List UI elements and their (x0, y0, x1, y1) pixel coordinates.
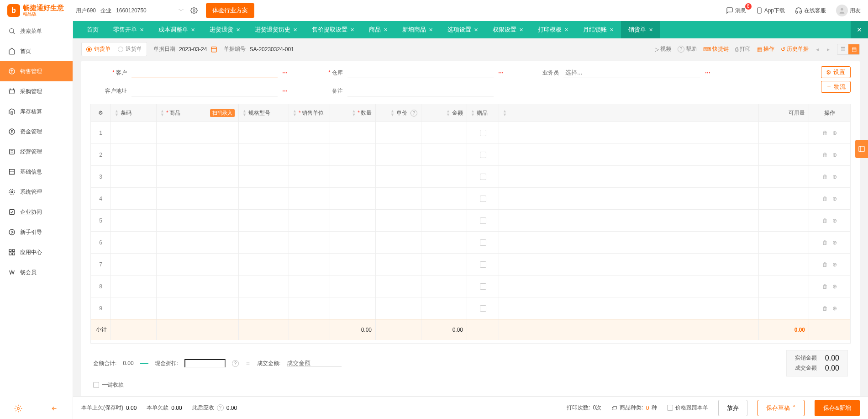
table-row[interactable]: 8🗑⊕ (91, 275, 850, 297)
close-icon[interactable]: ✕ (384, 27, 388, 33)
sidebar-item-10[interactable]: 新手引导 (0, 222, 73, 242)
salesman-picker-icon[interactable]: ⋯ (705, 69, 711, 76)
delete-row-icon[interactable]: 🗑 (822, 283, 828, 290)
gift-checkbox[interactable] (480, 152, 486, 158)
sidebar-item-3[interactable]: 采购管理 (0, 81, 73, 101)
copy-row-icon[interactable]: ⊕ (832, 174, 837, 180)
operate-button[interactable]: ▦操作 (757, 45, 774, 53)
sidebar-item-4[interactable]: 库存核算 (0, 101, 73, 122)
table-row[interactable]: 1🗑⊕ (91, 122, 850, 143)
close-icon[interactable]: ✕ (293, 27, 297, 33)
copy-row-icon[interactable]: ⊕ (832, 130, 837, 136)
messages-button[interactable]: 消息 6 (726, 7, 746, 15)
tab-0[interactable]: 首页 (79, 21, 106, 38)
delete-row-icon[interactable]: 🗑 (822, 239, 828, 246)
table-row[interactable]: 6🗑⊕ (91, 231, 850, 253)
copy-row-icon[interactable]: ⊕ (832, 305, 837, 312)
sidebar-item-9[interactable]: 企业协同 (0, 202, 73, 222)
view-list-button[interactable]: ☰ (837, 44, 848, 54)
customer-input[interactable] (132, 67, 278, 78)
history-button[interactable]: ↺历史单据 (781, 45, 809, 53)
gift-checkbox[interactable] (480, 196, 486, 202)
tab-5[interactable]: 售价提取设置✕ (305, 21, 362, 38)
warehouse-picker-icon[interactable]: ⋯ (498, 69, 504, 76)
tenant-settings-icon[interactable] (190, 7, 198, 14)
help-icon[interactable]: ? (217, 404, 224, 411)
sort-icon[interactable]: ▲▼ (503, 109, 507, 117)
sidebar-collapse-icon[interactable] (50, 404, 58, 413)
addr-picker-icon[interactable]: ⋯ (282, 88, 288, 94)
customer-picker-icon[interactable]: ⋯ (282, 69, 288, 76)
table-row[interactable]: 4🗑⊕ (91, 187, 850, 209)
scan-badge[interactable]: 扫码录入 (210, 109, 235, 117)
try-industry-plan-button[interactable]: 体验行业方案 (206, 3, 254, 18)
user-menu[interactable]: 用友 (836, 5, 861, 16)
sort-icon[interactable]: ▲▼ (242, 109, 247, 117)
print-button[interactable]: ⎙打印 (735, 45, 751, 53)
sidebar-item-11[interactable]: 应用中心 (0, 242, 73, 262)
gift-checkbox[interactable] (480, 130, 486, 136)
close-icon[interactable]: ✕ (474, 27, 478, 33)
calendar-icon[interactable] (210, 46, 217, 53)
remark-input[interactable] (347, 85, 494, 96)
view-form-button[interactable]: ▤ (848, 44, 859, 54)
radio-sale-order[interactable]: 销货单 (86, 45, 110, 53)
customer-addr-input[interactable] (132, 85, 278, 96)
video-help-button[interactable]: ▷视频 (655, 45, 671, 53)
doc-date-value[interactable]: 2023-03-24 (179, 46, 207, 53)
warehouse-input[interactable] (347, 67, 494, 78)
close-icon[interactable]: ✕ (610, 27, 614, 33)
sort-icon[interactable]: ▲▼ (293, 109, 297, 117)
sort-icon[interactable]: ▲▼ (446, 109, 450, 117)
discard-button[interactable]: 放弃 (718, 400, 747, 416)
sidebar-item-6[interactable]: 经营管理 (0, 142, 73, 162)
copy-row-icon[interactable]: ⊕ (832, 196, 837, 202)
online-service-button[interactable]: 在线客服 (795, 7, 826, 15)
close-all-tabs-button[interactable] (851, 21, 868, 38)
help-button[interactable]: ?帮助 (678, 45, 697, 53)
tab-6[interactable]: 商品✕ (362, 21, 395, 38)
close-icon[interactable]: ✕ (350, 27, 354, 33)
help-icon[interactable]: ? (232, 360, 239, 367)
tab-9[interactable]: 权限设置✕ (485, 21, 531, 38)
gift-checkbox[interactable] (480, 261, 486, 268)
table-row[interactable]: 2🗑⊕ (91, 143, 850, 165)
sort-icon[interactable]: ▲▼ (471, 109, 475, 117)
sidebar-item-8[interactable]: 系统管理 (0, 182, 73, 202)
delete-row-icon[interactable]: 🗑 (822, 217, 828, 224)
tab-2[interactable]: 成本调整单✕ (151, 21, 202, 38)
radio-return-order[interactable]: 退货单 (118, 45, 142, 53)
tab-4[interactable]: 进货退货历史✕ (247, 21, 305, 38)
close-icon[interactable]: ✕ (191, 27, 195, 33)
salesman-input[interactable] (563, 67, 700, 78)
tab-10[interactable]: 打印模板✕ (531, 21, 576, 38)
gift-checkbox[interactable] (480, 283, 486, 290)
help-icon[interactable]: ? (410, 110, 417, 117)
sidebar-item-2[interactable]: 销售管理 (0, 61, 73, 81)
tab-7[interactable]: 新增商品✕ (395, 21, 440, 38)
delete-row-icon[interactable]: 🗑 (822, 305, 828, 312)
card-settings-button[interactable]: ⚙设置 (821, 66, 851, 78)
save-and-new-button[interactable]: 保存&新增 (815, 400, 860, 416)
gift-checkbox[interactable] (480, 239, 486, 246)
close-icon[interactable]: ✕ (236, 27, 240, 33)
sidebar-item-0[interactable]: 搜索菜单 (0, 21, 73, 41)
sidebar-item-1[interactable]: 首页 (0, 41, 73, 61)
sort-icon[interactable]: ▲▼ (160, 109, 164, 117)
delete-row-icon[interactable]: 🗑 (822, 196, 828, 202)
sidebar-item-7[interactable]: 基础信息 (0, 162, 73, 182)
delete-row-icon[interactable]: 🗑 (822, 261, 828, 268)
app-download-button[interactable]: App下载 (756, 7, 785, 15)
delete-row-icon[interactable]: 🗑 (822, 174, 828, 180)
card-logistics-button[interactable]: ＋物流 (821, 81, 851, 93)
onekey-receive[interactable]: 一键收款 (90, 378, 851, 393)
copy-row-icon[interactable]: ⊕ (832, 261, 837, 268)
shortcut-button[interactable]: ⌨快捷键 (703, 45, 729, 53)
close-icon[interactable]: ✕ (649, 27, 653, 33)
sidebar-settings-icon[interactable] (14, 404, 22, 413)
table-row[interactable]: 9🗑⊕ (91, 297, 850, 319)
table-row[interactable]: 7🗑⊕ (91, 253, 850, 275)
delete-row-icon[interactable]: 🗑 (822, 130, 828, 136)
gift-checkbox[interactable] (480, 305, 486, 312)
sort-icon[interactable]: ▲▼ (115, 109, 119, 117)
